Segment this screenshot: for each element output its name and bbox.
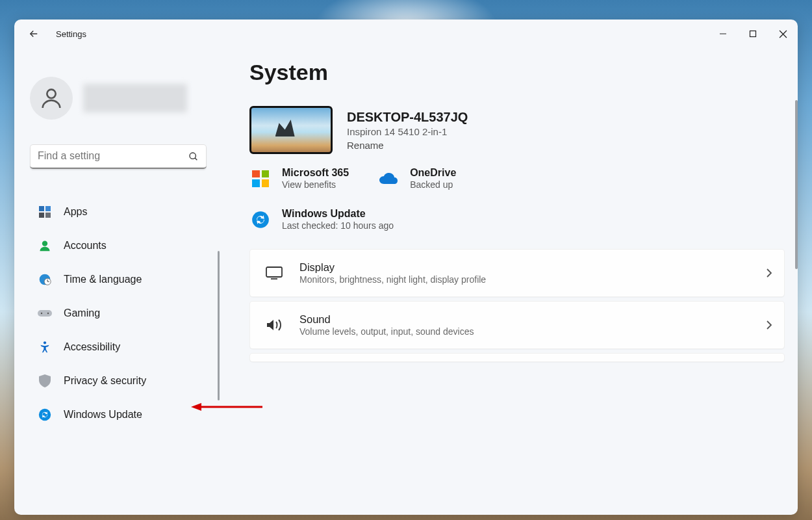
svg-point-13 xyxy=(44,278,51,285)
maximize-button[interactable] xyxy=(738,20,768,48)
nav-item-windows-update[interactable]: Windows Update xyxy=(30,402,212,428)
setting-partial[interactable] xyxy=(249,353,785,362)
info-tiles: Microsoft 365 View benefits OneDrive Bac… xyxy=(249,167,785,231)
main-scrollbar[interactable] xyxy=(795,100,798,269)
tile-title: Windows Update xyxy=(282,208,394,220)
gaming-icon xyxy=(38,306,52,320)
svg-point-4 xyxy=(47,90,55,98)
chevron-right-icon xyxy=(766,268,772,278)
svg-rect-24 xyxy=(266,267,282,277)
device-info-row: DESKTOP-4L537JQ Inspiron 14 5410 2-in-1 … xyxy=(249,106,785,154)
svg-point-18 xyxy=(47,313,49,314)
setting-title: Display xyxy=(299,261,486,274)
chevron-right-icon xyxy=(766,320,772,330)
tile-microsoft-365[interactable]: Microsoft 365 View benefits xyxy=(249,167,349,190)
sidebar: Apps Accounts Time & language xyxy=(14,48,222,515)
settings-window: Settings xyxy=(14,20,798,515)
nav-item-apps[interactable]: Apps xyxy=(30,199,212,225)
svg-rect-7 xyxy=(39,206,44,211)
accessibility-icon xyxy=(38,340,52,354)
search-input[interactable] xyxy=(30,144,207,169)
time-language-icon xyxy=(38,272,52,287)
svg-rect-1 xyxy=(750,31,756,37)
page-title: System xyxy=(249,60,785,85)
maximize-icon xyxy=(749,30,757,38)
nav-label: Privacy & security xyxy=(64,375,146,387)
tile-sub: Last checked: 10 hours ago xyxy=(282,220,394,231)
tile-sub: View benefits xyxy=(282,179,349,190)
tile-windows-update[interactable]: Windows Update Last checked: 10 hours ag… xyxy=(249,208,785,231)
nav-item-privacy-security[interactable]: Privacy & security xyxy=(30,368,212,394)
privacy-security-icon xyxy=(38,374,52,388)
svg-rect-16 xyxy=(38,310,52,317)
minimize-icon xyxy=(719,30,727,38)
svg-rect-8 xyxy=(45,206,51,211)
back-button[interactable] xyxy=(25,25,43,43)
device-name: DESKTOP-4L537JQ xyxy=(347,110,468,125)
nav-list: Apps Accounts Time & language xyxy=(30,199,220,436)
sound-icon xyxy=(264,315,284,335)
settings-list: Display Monitors, brightness, night ligh… xyxy=(249,249,785,362)
nav-item-gaming[interactable]: Gaming xyxy=(30,300,212,326)
setting-sub: Volume levels, output, input, sound devi… xyxy=(299,326,474,337)
setting-sub: Monitors, brightness, night light, displ… xyxy=(299,274,486,285)
tile-onedrive[interactable]: OneDrive Backed up xyxy=(377,167,456,190)
tile-title: Microsoft 365 xyxy=(282,167,349,179)
person-icon xyxy=(38,85,64,111)
svg-rect-9 xyxy=(39,213,44,218)
setting-display[interactable]: Display Monitors, brightness, night ligh… xyxy=(249,249,785,297)
profile-section[interactable] xyxy=(30,53,220,133)
nav-item-accessibility[interactable]: Accessibility xyxy=(30,334,212,360)
windows-update-icon xyxy=(38,408,52,422)
profile-name-redacted xyxy=(83,84,187,112)
setting-title: Sound xyxy=(299,313,474,326)
sidebar-scrollbar[interactable] xyxy=(218,251,220,400)
nav-item-accounts[interactable]: Accounts xyxy=(30,233,212,259)
tile-sub: Backed up xyxy=(410,179,456,190)
main-content: System DESKTOP-4L537JQ Inspiron 14 5410 … xyxy=(222,48,798,515)
svg-point-11 xyxy=(42,241,47,246)
windows-update-tile-icon xyxy=(249,209,272,231)
microsoft-365-icon xyxy=(249,168,272,190)
nav-label: Accounts xyxy=(64,240,107,252)
svg-line-6 xyxy=(195,158,197,160)
window-title: Settings xyxy=(56,29,86,39)
svg-point-17 xyxy=(41,313,42,314)
titlebar: Settings xyxy=(14,20,798,48)
onedrive-icon xyxy=(377,168,400,190)
minimize-button[interactable] xyxy=(708,20,738,48)
tile-title: OneDrive xyxy=(410,167,456,179)
avatar xyxy=(30,77,73,120)
close-button[interactable] xyxy=(768,20,798,48)
svg-point-5 xyxy=(190,153,196,159)
svg-point-19 xyxy=(44,341,46,344)
back-arrow-icon xyxy=(28,28,40,40)
accounts-icon xyxy=(38,239,52,253)
display-icon xyxy=(264,263,284,283)
apps-icon xyxy=(38,205,52,219)
svg-point-20 xyxy=(39,409,51,421)
window-controls xyxy=(708,20,798,48)
svg-point-23 xyxy=(252,211,269,228)
nav-label: Accessibility xyxy=(64,341,120,353)
search-box[interactable] xyxy=(30,144,207,169)
nav-label: Time & language xyxy=(64,274,142,285)
svg-rect-10 xyxy=(45,213,51,218)
nav-label: Gaming xyxy=(64,307,100,319)
device-thumbnail[interactable] xyxy=(249,106,333,154)
nav-label: Apps xyxy=(64,206,87,218)
nav-label: Windows Update xyxy=(64,409,142,421)
close-icon xyxy=(779,30,787,38)
search-icon xyxy=(188,151,199,162)
rename-link[interactable]: Rename xyxy=(347,140,468,151)
device-model: Inspiron 14 5410 2-in-1 xyxy=(347,126,468,137)
setting-sound[interactable]: Sound Volume levels, output, input, soun… xyxy=(249,301,785,349)
nav-item-time-language[interactable]: Time & language xyxy=(30,266,212,292)
